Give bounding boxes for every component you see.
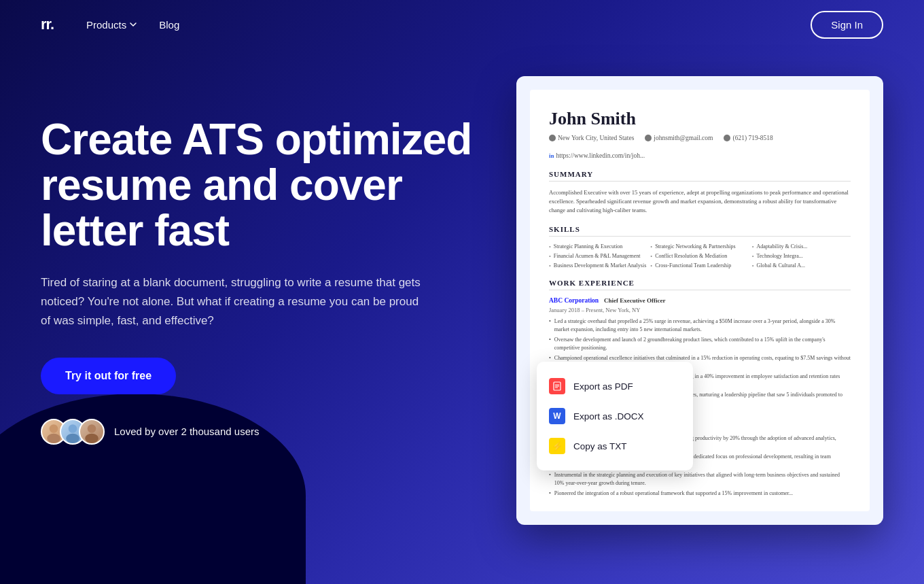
- social-proof: Loved by over 2 thousand users: [41, 419, 489, 445]
- skill-item: •Financial Acumen & P&L Management: [549, 253, 647, 260]
- svg-point-2: [69, 424, 77, 433]
- avatar-group: [41, 419, 105, 445]
- phone-icon: [724, 135, 730, 141]
- sign-in-button[interactable]: Sign In: [811, 11, 883, 39]
- export-docx-label: Export as .DOCX: [573, 411, 644, 422]
- avatar-face: [80, 420, 103, 443]
- location-icon: [549, 135, 556, 141]
- nav-products[interactable]: Products: [86, 19, 137, 31]
- skill-item: •Technology Integra...: [752, 253, 851, 260]
- linkedin-icon: in: [549, 152, 554, 159]
- skill-item: •Conflict Resolution & Mediation: [650, 253, 749, 260]
- resume-contact: New York City, United States johnsmith@g…: [549, 135, 851, 159]
- export-popup: Export as PDF W Export as .DOCX ⚡ Copy a…: [537, 362, 693, 470]
- navbar: rr. Products Blog Sign In: [0, 0, 924, 49]
- chevron-down-icon: [129, 20, 137, 29]
- resume-container: John Smith New York City, United States …: [516, 76, 883, 525]
- summary-text: Accomplished Executive with over 15 year…: [549, 188, 851, 216]
- contact-email: johnsmith@gmail.com: [645, 135, 713, 141]
- skill-item: •Strategic Planning & Execution: [549, 243, 647, 250]
- skill-item: •Global & Cultural A...: [752, 262, 851, 269]
- txt-icon: ⚡: [549, 438, 565, 454]
- hero-subtitle: Tired of staring at a blank document, st…: [41, 273, 421, 330]
- hero-title: Create ATS optimized resume and cover le…: [41, 117, 489, 254]
- export-pdf-item[interactable]: Export as PDF: [537, 371, 693, 401]
- job-title-1: Chief Executive Officer: [604, 297, 665, 304]
- skill-item: •Cross-Functional Team Leadership: [650, 262, 749, 269]
- pdf-icon: [549, 378, 565, 394]
- resume-preview-area: John Smith New York City, United States …: [516, 76, 883, 525]
- svg-point-4: [88, 424, 96, 433]
- email-icon: [645, 135, 652, 141]
- contact-location: New York City, United States: [549, 135, 634, 141]
- job-bullet: •Pioneered the integration of a robust o…: [549, 489, 851, 498]
- svg-point-5: [85, 433, 99, 443]
- resume-name: John Smith: [549, 109, 851, 129]
- social-proof-text: Loved by over 2 thousand users: [114, 426, 259, 437]
- hero-section: Create ATS optimized resume and cover le…: [0, 49, 924, 584]
- skills-grid: •Strategic Planning & Execution •Strateg…: [549, 243, 851, 269]
- nav-blog[interactable]: Blog: [159, 19, 179, 31]
- logo: rr.: [41, 16, 54, 33]
- copy-txt-label: Copy as TXT: [573, 441, 627, 451]
- job-bullet: •Instrumental in the strategic planning …: [549, 471, 851, 487]
- job-bullet: •Oversaw the development and launch of 2…: [549, 336, 851, 352]
- summary-section-title: SUMMARY: [549, 170, 851, 182]
- svg-point-0: [50, 424, 58, 433]
- contact-phone: (621) 719-8518: [724, 135, 772, 141]
- export-docx-item[interactable]: W Export as .DOCX: [537, 401, 693, 431]
- skills-section-title: SKILLS: [549, 225, 851, 237]
- work-section-title: WORK EXPERIENCE: [549, 279, 851, 290]
- try-free-button[interactable]: Try it out for free: [41, 358, 176, 394]
- svg-point-1: [47, 433, 60, 443]
- skill-item: •Business Development & Market Analysis: [549, 262, 647, 269]
- company-name-1: ABC Corporation: [549, 297, 599, 304]
- nav-links: Products Blog: [86, 19, 811, 31]
- copy-txt-item[interactable]: ⚡ Copy as TXT: [537, 431, 693, 461]
- docx-icon: W: [549, 408, 565, 424]
- hero-left: Create ATS optimized resume and cover le…: [41, 90, 489, 445]
- avatar: [79, 419, 105, 445]
- skill-item: •Strategic Networking & Partnerships: [650, 243, 749, 250]
- export-pdf-label: Export as PDF: [573, 381, 633, 392]
- job-bullet: •Led a strategic overhaul that propelled…: [549, 317, 851, 334]
- contact-linkedin: in https://www.linkedin.com/in/joh...: [549, 152, 645, 159]
- skill-item: •Adaptability & Crisis...: [752, 243, 851, 250]
- svg-point-3: [66, 433, 79, 443]
- job-date-1: January 2018 – Present, New York, NY: [549, 307, 851, 313]
